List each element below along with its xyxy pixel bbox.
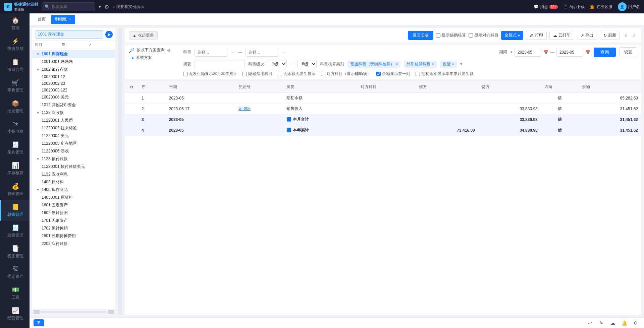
language-button[interactable]: 英 (34, 319, 44, 326)
sidebar-item-quick-nav[interactable]: ⚡ 快捷导航 (0, 34, 30, 55)
tree-node-1701[interactable]: 1701 无形资产 (32, 217, 115, 224)
sidebar-item-capital[interactable]: 💰 资金管理 (0, 179, 30, 200)
tree-node-11220001[interactable]: 11220001 人民币 (32, 117, 115, 124)
print-button[interactable]: 🖨 打印 (526, 31, 547, 40)
close-button[interactable]: × (623, 32, 629, 39)
user-profile[interactable]: 👤 用户名 (618, 2, 640, 11)
search-input[interactable] (52, 4, 92, 9)
tree-node-1702[interactable]: 1702 累计摊销 (32, 224, 115, 232)
checkbox-contra[interactable]: 对方科目（显示辅助项） (321, 71, 371, 77)
tree-node-1601[interactable]: 1601 固定资产 (32, 201, 115, 209)
level-start-select[interactable]: 1级 2级 3级 (268, 60, 287, 68)
period-dropdown-icon[interactable]: ▾ (511, 50, 513, 54)
tree-node-1001[interactable]: ▼ 1001 库存现金 (32, 50, 115, 58)
tree-node-10020001[interactable]: 10020001 12 (32, 73, 115, 80)
tree-node-1002[interactable]: ▼ 1002 银行存款 (32, 66, 115, 73)
demo-link[interactable]: ○ 我要看实例演示 (112, 4, 144, 10)
checkbox-balance-col[interactable]: 余额显示在一列 (376, 71, 410, 77)
gear-icon[interactable]: ⚙ (104, 4, 109, 10)
tree-scroll-right[interactable] (108, 310, 114, 314)
export-button[interactable]: ↗ 导出 (577, 31, 597, 40)
subject-type-dropdown-icon[interactable]: ▾ (460, 62, 462, 66)
search-dropdown-icon[interactable]: ▾ (99, 4, 101, 9)
row-voucher[interactable]: 记-006 (235, 104, 283, 114)
sidebar-item-operations[interactable]: 📈 经营管理 (0, 304, 30, 324)
voucher-link[interactable]: 记-006 (238, 106, 251, 111)
sidebar-item-home[interactable]: 🏠 首页 (0, 13, 30, 34)
level-end-select[interactable]: 6级 5级 4级 (298, 60, 317, 68)
show-aux-input[interactable] (436, 33, 440, 38)
tree-node-11230001[interactable]: 11230001 预付账款美元 (32, 163, 115, 171)
row-gear[interactable] (125, 125, 138, 136)
sidebar-item-inventory[interactable]: 📊 库存核算 (0, 158, 30, 179)
sidebar-item-tax[interactable]: 📑 税务管理 (0, 242, 30, 262)
sidebar-item-project[interactable]: 📋 项目合同 (0, 55, 30, 76)
expand-filter-button[interactable]: ▲ 收起更多 (129, 31, 158, 40)
undo-button[interactable]: ↩ (586, 319, 594, 327)
checkbox-contra-input[interactable] (321, 72, 325, 76)
sidebar-item-retail[interactable]: 🛒 零售管理 (0, 76, 30, 96)
tree-node-11220002[interactable]: 11220002 往来标签 (32, 124, 115, 132)
side-collapse-button[interactable]: ‹ (118, 28, 122, 315)
tree-node-1801[interactable]: 1801 长期待摊费用 (32, 232, 115, 240)
checkbox-initial-balance[interactable]: 期初余额显示本年累计发生额 (416, 71, 474, 77)
checkbox-hide-disabled-input[interactable] (243, 72, 247, 76)
tag-normal-close[interactable]: × (396, 62, 398, 66)
tree-node-2202[interactable]: 2202 应付账款 (32, 240, 115, 248)
tree-node-1602[interactable]: 1602 累计折旧 (32, 209, 115, 217)
app-download-button[interactable]: 📱 App下载 (563, 4, 585, 10)
checkbox-initial-balance-input[interactable] (416, 72, 420, 76)
tab-home[interactable]: 首页 (34, 15, 50, 24)
row-gear[interactable] (125, 104, 138, 114)
settings-button[interactable]: 设置 (619, 47, 637, 57)
tree-node-1132[interactable]: 1132 应收利息 (32, 171, 115, 178)
calendar-icon2[interactable]: 📅 (585, 50, 590, 55)
notification-button[interactable]: 🔔 (620, 319, 629, 327)
sidebar-item-salary[interactable]: 💵 工资 (0, 283, 30, 304)
sidebar-item-fixed-assets[interactable]: 🏗 固定资产 (0, 262, 30, 283)
tree-scroll-left[interactable] (34, 310, 40, 314)
edit-button[interactable]: ✎ (597, 319, 606, 327)
tree-node-11220004[interactable]: 11220004 美元 (32, 132, 115, 140)
cloud-print-button[interactable]: ☁ 云打印 (549, 31, 574, 40)
online-service-button[interactable]: 💁 在线客服 (590, 4, 612, 10)
tree-node-10020006[interactable]: 10020006 美元 (32, 93, 115, 101)
checkbox-no-balance[interactable]: 无发生额显示本月本年累计 (183, 71, 237, 77)
sidebar-item-sales-expense[interactable]: 📝 小畅报销 (0, 324, 30, 328)
tree-node-1122[interactable]: ▼ 1122 应收款 (32, 109, 115, 117)
tree-node-1405[interactable]: ▼ 1405 库存商品 (32, 186, 115, 194)
sidebar-item-wholesale[interactable]: 📦 批发管理 (0, 96, 30, 117)
tree-list-icon[interactable]: ☰ (62, 43, 86, 47)
checkbox-no-balance2[interactable]: 无余额无发生显示 (278, 71, 316, 77)
tree-node-10010001[interactable]: 10010001 哟哟哟 (32, 58, 115, 66)
tree-node-10020002[interactable]: 10020002 23 (32, 80, 115, 87)
calendar-icon1[interactable]: 📅 (543, 50, 548, 55)
messages-button[interactable]: 💬 消息 99+ (534, 4, 558, 10)
tag-foreign-close[interactable]: × (432, 62, 434, 66)
maximize-button[interactable]: ⤢ (631, 32, 637, 39)
period-start-input[interactable] (515, 48, 541, 57)
tree-node-14050001[interactable]: 14050001 原材料 (32, 194, 115, 201)
subject-input2[interactable] (246, 48, 279, 57)
search-box[interactable]: 🔍 (42, 2, 95, 11)
tree-node-11220005[interactable]: 11220005 所在地区 (32, 140, 115, 147)
tag-quantity-close[interactable]: × (452, 62, 454, 66)
cloud-button[interactable]: ☁ (608, 319, 617, 327)
subject-input[interactable] (195, 48, 228, 57)
tree-node-1123[interactable]: ▼ 1123 预付账款 (32, 155, 115, 163)
amount-format-button[interactable]: 金额式 ▾ (501, 31, 523, 40)
tree-expand-icon[interactable]: ↗ (89, 43, 113, 47)
checkbox-hide-disabled[interactable]: 隐藏禁用科目 (243, 71, 272, 77)
refresh-button[interactable]: ↻ 刷新 (600, 31, 620, 40)
sidebar-item-invoice[interactable]: 🧾 发票管理 (0, 221, 30, 242)
nav-right-arrow[interactable]: ▶ (105, 31, 113, 38)
sidebar-item-ecommerce[interactable]: 🛍 小畅电商 (0, 117, 30, 138)
checkbox-no-balance2-input[interactable] (278, 72, 282, 76)
show-contra-input[interactable] (469, 33, 473, 38)
sidebar-item-ledger[interactable]: 📒 总账管理 (0, 200, 30, 221)
row-gear[interactable] (125, 93, 138, 104)
tab-detail[interactable]: 明细账 × (51, 15, 75, 24)
show-aux-checkbox[interactable]: 显示辅助核算 (436, 32, 466, 38)
summary-input[interactable] (195, 60, 245, 68)
settings-bar-button[interactable]: ⚙ (631, 319, 640, 327)
